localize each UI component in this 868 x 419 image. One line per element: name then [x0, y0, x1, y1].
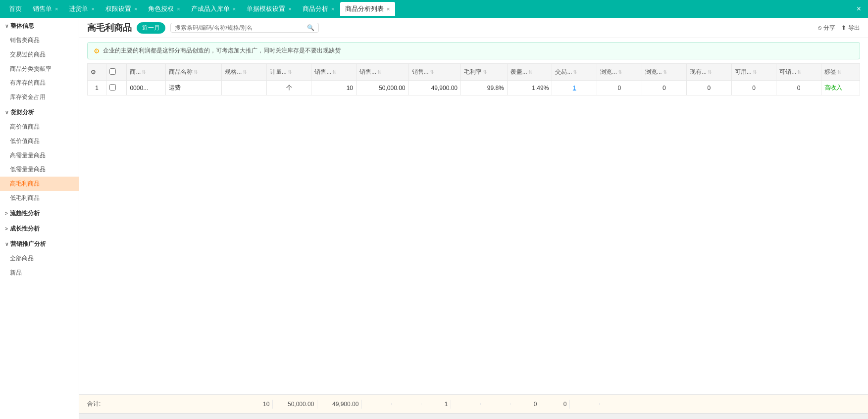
nav-tab-close-product_warehousing[interactable]: ×: [233, 6, 236, 12]
sidebar-group-title-marketing_analysis[interactable]: ∨营销推广分析: [0, 236, 79, 251]
col-header-coverage[interactable]: 覆盖...⇅: [507, 64, 552, 81]
close-all-tabs-button[interactable]: ×: [854, 4, 864, 13]
nav-tab-close-purchase[interactable]: ×: [91, 6, 94, 12]
footer-sales-cost: 49,900.00: [317, 400, 362, 409]
cell-checkbox[interactable]: [106, 81, 127, 95]
page-title: 高毛利商品: [87, 22, 132, 34]
sort-icon-browse1: ⇅: [618, 69, 622, 75]
sidebar-item-high_value[interactable]: 高价值商品: [0, 120, 79, 134]
nav-tab-sales[interactable]: 销售单×: [28, 2, 63, 16]
sidebar-item-high_demand[interactable]: 高需量量商品: [0, 148, 79, 163]
sidebar-group-label-monetary_analysis: 货财分析: [10, 108, 34, 117]
col-header-code[interactable]: 商...⇅: [127, 64, 166, 81]
footer-sales-qty: 10: [243, 400, 273, 409]
sidebar-item-inventory_capital[interactable]: 库存资金占用: [0, 90, 79, 104]
col-label-sales_amount: 销售...: [359, 68, 376, 76]
nav-tab-close-permission_settings[interactable]: ×: [134, 6, 137, 12]
cell-tag: 高收入: [821, 81, 860, 95]
footer-transactions: 1: [421, 400, 451, 409]
sort-icon-saleable_stock: ⇅: [797, 69, 801, 75]
sort-icon-code: ⇅: [142, 69, 146, 75]
search-icon[interactable]: 🔍: [307, 24, 314, 31]
cell-transactions[interactable]: 1: [552, 81, 597, 95]
nav-tab-product_analysis[interactable]: 商品分析×: [298, 2, 339, 16]
col-header-sales_cost[interactable]: 销售...⇅: [408, 64, 461, 81]
col-header-saleable_stock[interactable]: 可销...⇅: [776, 64, 821, 81]
cell-sales_amount: 50,000.00: [357, 81, 409, 95]
nav-tab-close-role_permission[interactable]: ×: [177, 6, 180, 12]
sidebar-group-monetary_analysis: ∨货财分析高价值商品低价值商品高需量量商品低需量量商品高毛利商品低毛利商品: [0, 104, 79, 205]
export-button[interactable]: ⬆ 导出: [841, 24, 860, 32]
sidebar-group-title-overall_info[interactable]: ∨整体信息: [0, 18, 79, 33]
col-header-unit[interactable]: 计量...⇅: [266, 64, 311, 81]
sidebar-item-commodity_contribution[interactable]: 商品分类贡献率: [0, 62, 79, 76]
sidebar-item-new_products[interactable]: 新品: [0, 266, 79, 280]
footer-coverage: [392, 403, 421, 405]
content-area: 高毛利商品 近一月 🔍 ⎋ 分享 ⬆ 导出 ⚙ 企业的主要的利润都是这部分商品创…: [79, 18, 868, 419]
col-header-tag[interactable]: 标签⇅: [821, 64, 860, 81]
sidebar-group-arrow-growth_analysis: >: [5, 226, 8, 232]
sidebar-item-low_value[interactable]: 低价值商品: [0, 134, 79, 148]
filter-recent-month-button[interactable]: 近一月: [137, 22, 165, 34]
col-label-transactions: 交易...: [555, 68, 572, 76]
sidebar-group-title-monetary_analysis[interactable]: ∨货财分析: [0, 104, 79, 120]
nav-tab-label: 角色授权: [148, 4, 174, 13]
sidebar-group-arrow-trend_analysis: >: [5, 211, 8, 216]
horizontal-scrollbar[interactable]: [79, 413, 868, 419]
sidebar-group-overall_info: ∨整体信息销售类商品交易过的商品商品分类贡献率有库存的商品库存资金占用: [0, 18, 79, 104]
cell-num: 1: [88, 81, 106, 95]
nav-tab-close-product_analysis[interactable]: ×: [331, 6, 334, 12]
search-input[interactable]: [175, 24, 305, 31]
footer-label: 合计:: [87, 400, 101, 408]
sidebar-item-inventory_commodities[interactable]: 有库存的商品: [0, 76, 79, 90]
product-table: ⚙商...⇅商品名称⇅规格...⇅计量...⇅销售...⇅销售...⇅销售...…: [87, 63, 860, 95]
row-checkbox[interactable]: [109, 84, 116, 91]
nav-tab-role_permission[interactable]: 角色授权×: [143, 2, 185, 16]
sidebar-item-sales_commodities[interactable]: 销售类商品: [0, 33, 79, 47]
col-header-transactions[interactable]: 交易...⇅: [552, 64, 597, 81]
sort-icon-browse2: ⇅: [663, 69, 667, 75]
col-header-name[interactable]: 商品名称⇅: [166, 64, 222, 81]
nav-tab-home[interactable]: 首页: [4, 2, 27, 16]
col-label-unit: 计量...: [270, 68, 287, 76]
sidebar-item-all_products[interactable]: 全部商品: [0, 251, 79, 266]
select-all-checkbox[interactable]: [109, 68, 116, 75]
sidebar-item-high_margin[interactable]: 高毛利商品: [0, 177, 79, 191]
settings-icon[interactable]: ⚙: [91, 69, 96, 76]
col-header-spec[interactable]: 规格...⇅: [222, 64, 267, 81]
col-header-available_stock[interactable]: 可用...⇅: [731, 64, 776, 81]
nav-tab-close-product_analysis_list[interactable]: ×: [387, 6, 390, 12]
nav-tab-product_analysis_list[interactable]: 商品分析列表×: [340, 2, 395, 16]
sort-icon-name: ⇅: [194, 69, 198, 75]
sort-icon-available_stock: ⇅: [753, 69, 757, 75]
sidebar: « ∨整体信息销售类商品交易过的商品商品分类贡献率有库存的商品库存资金占用∨货财…: [0, 18, 79, 419]
col-label-browse1: 浏览...: [600, 68, 617, 76]
sidebar-group-label-growth_analysis: 成长性分析: [10, 225, 40, 233]
sidebar-item-traded_commodities[interactable]: 交易过的商品: [0, 47, 79, 62]
cell-name: 运费: [166, 81, 222, 95]
sidebar-item-low_margin[interactable]: 低毛利商品: [0, 191, 79, 205]
sidebar-toggle-button[interactable]: «: [79, 209, 79, 229]
nav-tab-label: 销售单: [33, 4, 52, 13]
sidebar-group-title-growth_analysis[interactable]: >成长性分析: [0, 221, 79, 236]
col-header-sales_qty[interactable]: 销售...⇅: [311, 64, 357, 81]
nav-tab-close-template_settings[interactable]: ×: [288, 6, 291, 12]
nav-tab-template_settings[interactable]: 单据模板设置×: [242, 2, 296, 16]
col-header-sales_amount[interactable]: 销售...⇅: [357, 64, 409, 81]
sidebar-group-title-trend_analysis[interactable]: >流趋性分析: [0, 205, 79, 221]
transactions-link[interactable]: 1: [573, 85, 576, 92]
sidebar-item-low_demand[interactable]: 低需量量商品: [0, 162, 79, 177]
nav-tab-close-sales[interactable]: ×: [55, 6, 58, 12]
info-icon: ⚙: [94, 47, 100, 55]
col-label-gross_margin: 毛利率: [464, 68, 482, 76]
nav-tab-purchase[interactable]: 进货单×: [64, 2, 99, 16]
table-container[interactable]: ⚙商...⇅商品名称⇅规格...⇅计量...⇅销售...⇅销售...⇅销售...…: [87, 63, 860, 394]
share-button[interactable]: ⎋ 分享: [818, 24, 835, 32]
nav-tab-permission_settings[interactable]: 权限设置×: [101, 2, 142, 16]
col-label-coverage: 覆盖...: [511, 68, 527, 76]
col-header-browse1[interactable]: 浏览...⇅: [597, 64, 642, 81]
col-header-gross_margin[interactable]: 毛利率⇅: [461, 64, 508, 81]
col-header-browse2[interactable]: 浏览...⇅: [642, 64, 687, 81]
col-header-current_stock[interactable]: 现有...⇅: [687, 64, 732, 81]
nav-tab-product_warehousing[interactable]: 产成品入库单×: [186, 2, 241, 16]
